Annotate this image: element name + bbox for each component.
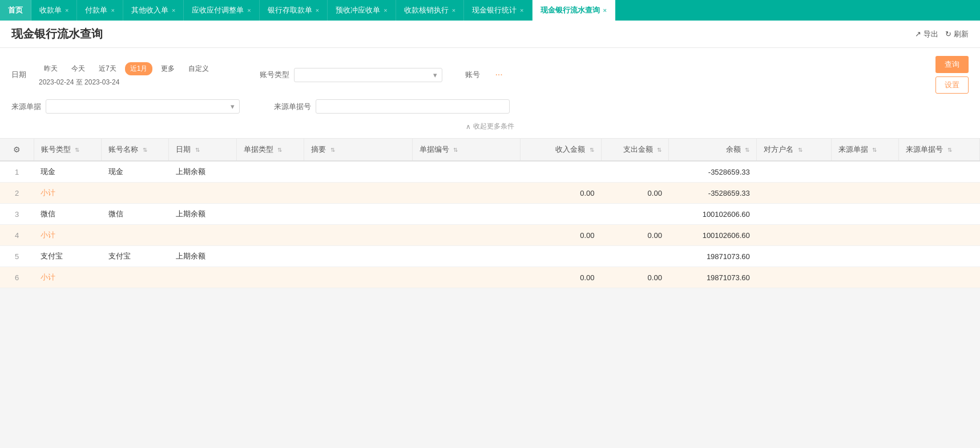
th-date[interactable]: 日期 ⇅	[169, 139, 236, 161]
memo-cell	[304, 267, 412, 288]
bill-no-cell	[412, 246, 520, 267]
top-nav: 首页收款单×付款单×其他收入单×应收应付调整单×银行存取款单×预收冲应收单×收款…	[0, 0, 980, 21]
th-income-label: 收入金额	[555, 145, 585, 154]
close-icon-other-income[interactable]: ×	[172, 7, 175, 14]
sort-icon-expense: ⇅	[657, 147, 662, 153]
th-income[interactable]: 收入金额 ⇅	[521, 139, 602, 161]
sort-icon-income: ⇅	[590, 147, 594, 153]
th-source-bill[interactable]: 来源单据 ⇅	[831, 139, 898, 161]
th-account-type-label: 账号类型	[41, 145, 71, 154]
th-source-bill-no[interactable]: 来源单据号 ⇅	[898, 139, 979, 161]
account-name-cell	[102, 183, 169, 204]
nav-item-payment[interactable]: 付款单×	[77, 0, 123, 21]
export-icon: ↗	[915, 30, 921, 38]
source-bill-no-cell	[898, 161, 979, 183]
th-bill-type[interactable]: 单据类型 ⇅	[236, 139, 304, 161]
collapse-up-icon: ∧	[466, 123, 471, 131]
date-cell	[169, 225, 236, 246]
close-icon-collection-verify[interactable]: ×	[452, 7, 455, 14]
date-cell	[169, 267, 236, 288]
account-type-cell: 现金	[34, 161, 101, 183]
refresh-button[interactable]: ↻ 刷新	[945, 29, 969, 39]
table-row: 6小计0.000.0019871073.60	[0, 267, 980, 288]
memo-cell	[304, 183, 412, 204]
date-option-近1月[interactable]: 近1月	[125, 62, 153, 75]
account-label: 账号	[465, 70, 488, 80]
bill-no-cell	[412, 225, 520, 246]
setting-button[interactable]: 设置	[935, 76, 969, 94]
date-option-今天[interactable]: 今天	[66, 62, 90, 75]
nav-item-home[interactable]: 首页	[0, 0, 31, 21]
close-icon-cash-bank-stat[interactable]: ×	[520, 7, 523, 14]
th-bill-type-label: 单据类型	[244, 145, 273, 154]
source-bill-no-input[interactable]	[316, 99, 510, 114]
th-counterparty[interactable]: 对方户名 ⇅	[757, 139, 831, 161]
th-settings[interactable]: ⚙	[0, 139, 34, 161]
nav-item-cash-bank-stat[interactable]: 现金银行统计×	[464, 0, 532, 21]
nav-item-other-income[interactable]: 其他收入单×	[123, 0, 184, 21]
account-name-cell: 现金	[102, 161, 169, 183]
row-num: 5	[0, 246, 34, 267]
close-icon-prepay-offset[interactable]: ×	[384, 7, 387, 14]
filter-area: 日期 昨天今天近7天近1月更多自定义 2023-02-24 至 2023-03-…	[0, 48, 980, 139]
export-button[interactable]: ↗ 导出	[915, 29, 938, 39]
date-option-昨天[interactable]: 昨天	[39, 62, 63, 75]
close-icon-ar-ap-adjust[interactable]: ×	[247, 7, 251, 14]
expense-cell: 0.00	[602, 267, 669, 288]
row-num: 4	[0, 225, 34, 246]
date-option-自定义[interactable]: 自定义	[183, 62, 214, 75]
source-bill-select[interactable]: ▾	[46, 99, 240, 114]
collapse-bar[interactable]: ∧ 收起更多条件	[11, 119, 969, 134]
query-button[interactable]: 查询	[935, 56, 969, 73]
date-filter-group: 日期 昨天今天近7天近1月更多自定义 2023-02-24 至 2023-03-…	[11, 62, 214, 87]
th-account-type[interactable]: 账号类型 ⇅	[34, 139, 101, 161]
table-row: 3微信微信上期余额100102606.60	[0, 204, 980, 225]
account-dots-button[interactable]: ···	[493, 70, 505, 80]
th-bill-no[interactable]: 单据编号 ⇅	[412, 139, 520, 161]
memo-cell	[304, 225, 412, 246]
sort-icon-balance: ⇅	[745, 147, 749, 153]
counterparty-cell	[757, 246, 831, 267]
counterparty-cell	[757, 161, 831, 183]
sort-icon-bill-no: ⇅	[453, 147, 458, 153]
memo-cell	[304, 204, 412, 225]
th-counterparty-label: 对方户名	[764, 145, 793, 154]
account-type-label: 账号类型	[260, 70, 289, 80]
account-type-cell: 小计	[34, 225, 101, 246]
main-table: ⚙ 账号类型 ⇅ 账号名称 ⇅ 日期 ⇅ 单据类型 ⇅	[0, 139, 980, 288]
gear-icon[interactable]: ⚙	[13, 145, 21, 154]
account-type-select[interactable]: ▾	[294, 68, 442, 82]
account-name-cell	[102, 225, 169, 246]
source-bill-no-filter-group: 来源单据号	[274, 99, 510, 114]
th-bill-no-label: 单据编号	[420, 145, 449, 154]
close-icon-cash-bank-flow[interactable]: ×	[603, 7, 607, 14]
th-expense[interactable]: 支出金额 ⇅	[602, 139, 669, 161]
th-memo-label: 摘要	[311, 145, 326, 154]
th-account-name-label: 账号名称	[108, 145, 138, 154]
sort-icon-memo: ⇅	[330, 147, 335, 153]
account-name-cell: 微信	[102, 204, 169, 225]
nav-item-cash-bank-flow[interactable]: 现金银行流水查询×	[533, 0, 615, 21]
th-account-name[interactable]: 账号名称 ⇅	[102, 139, 169, 161]
table-header: ⚙ 账号类型 ⇅ 账号名称 ⇅ 日期 ⇅ 单据类型 ⇅	[0, 139, 980, 161]
sort-icon-account-name: ⇅	[143, 147, 147, 153]
filter-row-2: 来源单据 ▾ 来源单据号	[11, 99, 969, 114]
date-option-更多[interactable]: 更多	[156, 62, 180, 75]
nav-item-collection-verify[interactable]: 收款核销执行×	[396, 0, 464, 21]
date-cell	[169, 183, 236, 204]
income-cell: 0.00	[521, 225, 602, 246]
counterparty-cell	[757, 225, 831, 246]
nav-item-bank-deposit[interactable]: 银行存取款单×	[260, 0, 328, 21]
close-icon-payment[interactable]: ×	[111, 7, 114, 14]
sort-icon-bill-type: ⇅	[277, 147, 282, 153]
close-icon-receipt[interactable]: ×	[65, 7, 68, 14]
th-expense-label: 支出金额	[623, 145, 653, 154]
date-option-近7天[interactable]: 近7天	[94, 62, 122, 75]
th-memo[interactable]: 摘要 ⇅	[304, 139, 412, 161]
nav-item-receipt[interactable]: 收款单×	[31, 0, 77, 21]
nav-item-prepay-offset[interactable]: 预收冲应收单×	[328, 0, 396, 21]
bill-type-cell	[236, 204, 304, 225]
close-icon-bank-deposit[interactable]: ×	[316, 7, 319, 14]
nav-item-ar-ap-adjust[interactable]: 应收应付调整单×	[184, 0, 259, 21]
th-balance[interactable]: 余额 ⇅	[669, 139, 757, 161]
